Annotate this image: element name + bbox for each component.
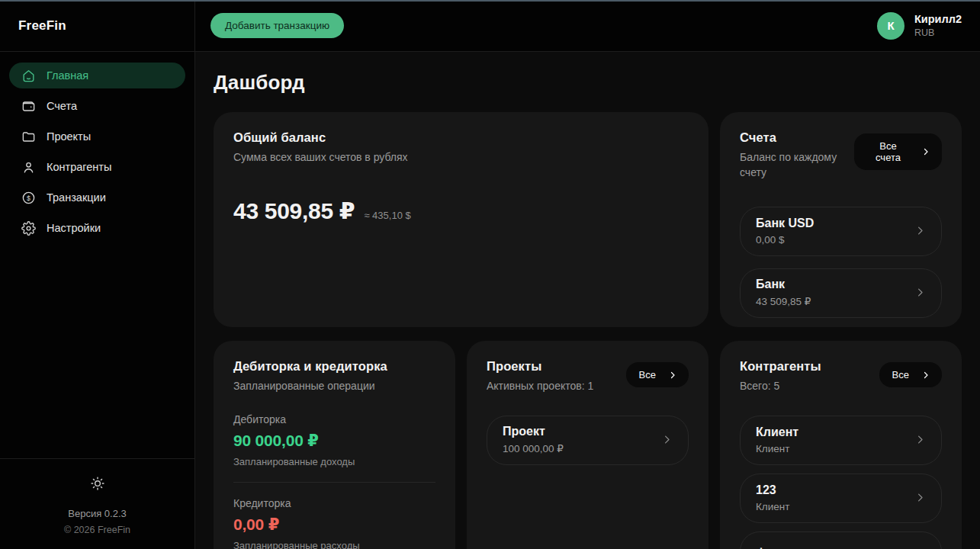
chevron-right-icon (668, 371, 677, 380)
user-menu[interactable]: К Кирилл2 RUB (877, 12, 962, 40)
dollar-circle-icon: $ (21, 191, 36, 205)
total-balance-card: Общий баланс Сумма всех ваших счетов в р… (214, 112, 708, 327)
account-list-item[interactable]: Банк USD 0,00 $ (740, 207, 942, 256)
sidebar-item-projects[interactable]: Проекты (9, 124, 185, 149)
sidebar-item-home[interactable]: Главная (9, 63, 185, 88)
all-projects-button[interactable]: Все (626, 362, 689, 387)
avatar[interactable]: К (877, 12, 904, 40)
counterparty-name: Клиент (756, 425, 798, 439)
card-title: Счета (740, 130, 854, 145)
browser-top-stripe (0, 0, 980, 2)
counterparty-list-item[interactable]: 123 Клиент (740, 474, 942, 523)
account-name: Банк USD (756, 217, 814, 230)
counterparty-list-item[interactable]: фыв (740, 531, 942, 549)
projects-card: Проекты Активных проектов: 1 Все Проект (467, 341, 708, 549)
chevron-right-icon (661, 434, 673, 445)
account-balance: 0,00 $ (756, 234, 814, 246)
debit-label: Дебиторка (233, 413, 435, 425)
card-subtitle: Запланированные операции (233, 379, 435, 394)
card-title: Общий баланс (233, 130, 689, 145)
svg-text:$: $ (27, 194, 31, 201)
all-accounts-button[interactable]: Все счета (854, 133, 942, 170)
accounts-card: Счета Баланс по каждому счету Все счета … (720, 112, 962, 327)
credit-label: Кредиторка (233, 497, 435, 509)
sidebar-item-label: Главная (47, 69, 88, 82)
sidebar-item-settings[interactable]: Настройки (9, 215, 185, 241)
all-counterparties-button[interactable]: Все (879, 362, 942, 387)
app-logo: FreeFin (18, 18, 66, 34)
person-icon (21, 160, 36, 175)
sidebar-footer: Версия 0.2.3 © 2026 FreeFin (0, 458, 194, 549)
folder-icon (21, 130, 36, 144)
counterparty-list-item[interactable]: Клиент Клиент (740, 416, 942, 465)
app-root: FreeFin Главная Счета Проекты (0, 0, 980, 549)
counterparty-type: Клиент (756, 501, 789, 512)
sidebar-item-label: Контрагенты (47, 161, 111, 173)
wallet-icon (21, 99, 36, 114)
total-balance-approx: ≈ 435,10 $ (364, 210, 410, 221)
sidebar-item-label: Счета (47, 100, 77, 112)
sidebar-nav: Главная Счета Проекты Контрагенты (0, 52, 194, 241)
chevron-right-icon (914, 287, 926, 298)
sidebar-header: FreeFin (0, 0, 194, 52)
sidebar-item-label: Транзакции (47, 191, 106, 204)
account-name: Банк (756, 278, 811, 291)
home-icon (21, 69, 36, 83)
app-version: Версия 0.2.3 (0, 508, 194, 519)
chevron-right-icon (914, 492, 926, 503)
credit-value: 0,00 ₽ (233, 515, 435, 534)
gear-icon (21, 221, 36, 236)
debit-value: 90 000,00 ₽ (233, 432, 435, 450)
dashboard-main: Дашборд Общий баланс Сумма всех ваших сч… (195, 52, 980, 549)
counterparty-name: 123 (756, 483, 789, 497)
counterparty-type: Клиент (756, 443, 798, 454)
account-balance: 43 509,85 ₽ (756, 295, 811, 307)
card-title: Дебиторка и кредиторка (233, 359, 435, 374)
sidebar-item-counterparties[interactable]: Контрагенты (9, 154, 185, 180)
section-divider (233, 482, 435, 483)
dashboard-grid: Общий баланс Сумма всех ваших счетов в р… (214, 112, 962, 549)
user-currency: RUB (914, 27, 962, 38)
debit-caption: Запланированные доходы (233, 456, 435, 467)
account-list-item[interactable]: Банк 43 509,85 ₽ (740, 268, 942, 318)
chevron-right-icon (921, 147, 930, 156)
chevron-right-icon (921, 371, 930, 380)
user-name: Кирилл2 (914, 13, 962, 25)
sidebar: FreeFin Главная Счета Проекты (0, 0, 195, 549)
card-title: Проекты (487, 359, 593, 374)
counterparties-card: Контрагенты Всего: 5 Все Клиент Клие (720, 341, 962, 549)
sidebar-item-label: Настройки (47, 222, 101, 234)
copyright: © 2026 FreeFin (0, 525, 194, 535)
chevron-right-icon (914, 434, 926, 445)
content-area: Добавить транзакцию К Кирилл2 RUB Дашбор… (195, 0, 980, 549)
credit-caption: Запланированные расходы (233, 540, 435, 549)
project-name: Проект (503, 425, 564, 438)
add-transaction-button[interactable]: Добавить транзакцию (210, 13, 344, 38)
card-title: Контрагенты (740, 359, 821, 374)
sidebar-item-label: Проекты (47, 130, 91, 143)
card-subtitle: Баланс по каждому счету (740, 150, 854, 181)
sidebar-item-accounts[interactable]: Счета (9, 93, 185, 119)
receivables-card: Дебиторка и кредиторка Запланированные о… (214, 341, 455, 549)
topbar: Добавить транзакцию К Кирилл2 RUB (195, 0, 980, 52)
project-amount: 100 000,00 ₽ (503, 442, 564, 454)
page-title: Дашборд (214, 71, 962, 94)
sidebar-item-transactions[interactable]: $ Транзакции (9, 185, 185, 210)
chevron-right-icon (914, 225, 926, 236)
total-balance-amount: 43 509,85 ₽ (233, 197, 355, 224)
card-subtitle: Активных проектов: 1 (487, 379, 593, 394)
card-subtitle: Сумма всех ваших счетов в рублях (233, 150, 689, 165)
card-subtitle: Всего: 5 (740, 379, 821, 394)
theme-toggle-sun-icon[interactable] (90, 476, 105, 491)
project-list-item[interactable]: Проект 100 000,00 ₽ (487, 416, 689, 465)
